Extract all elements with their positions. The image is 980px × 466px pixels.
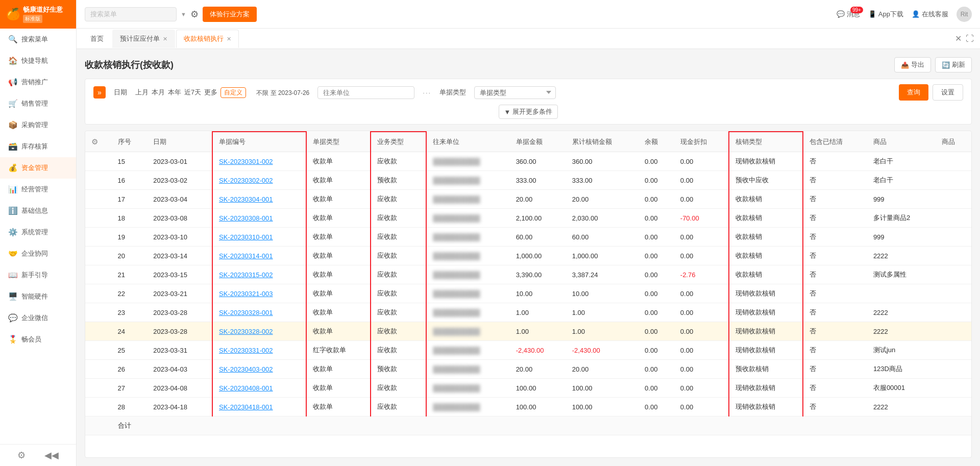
topbar-dropdown[interactable]: ▼ [181, 11, 186, 17]
topbar-search-area[interactable]: 搜索菜单 [85, 7, 177, 21]
cell-bill-no[interactable]: SK-20230321-003 [212, 284, 306, 303]
table-row[interactable]: 16 2023-03-02 SK-20230302-002 收款单 预收款 ██… [85, 171, 971, 190]
col-balance[interactable]: 余额 [639, 132, 674, 152]
date-this-year[interactable]: 本年 [168, 88, 181, 97]
col-bill-no[interactable]: 单据编号 [212, 132, 306, 152]
sidebar-item-basic[interactable]: ℹ️ 基础信息 [0, 200, 76, 222]
table-row[interactable]: 24 2023-03-28 SK-20230328-002 收款单 应收款 ██… [85, 322, 971, 341]
date-more[interactable]: 更多 [204, 88, 217, 97]
cell-bill-no[interactable]: SK-20230418-001 [212, 398, 306, 416]
col-date[interactable]: 日期 [147, 132, 212, 152]
cell-bill-no[interactable]: SK-20230403-002 [212, 360, 306, 379]
sidebar-item-enterprise[interactable]: 🤝 企业协同 [0, 243, 76, 264]
filter-toggle-btn[interactable]: » [93, 86, 106, 99]
close-all-tabs-btn[interactable]: ✕ [955, 34, 962, 43]
bill-no-link[interactable]: SK-20230331-002 [219, 347, 273, 354]
col-include-settled[interactable]: 包含已结清 [803, 132, 867, 152]
query-btn[interactable]: 查询 [899, 84, 928, 101]
table-row[interactable]: 26 2023-04-03 SK-20230403-002 收款单 预收款 ██… [85, 360, 971, 379]
col-bill-amount[interactable]: 单据金额 [510, 132, 566, 152]
table-row[interactable]: 25 2023-03-31 SK-20230331-002 红字收款单 应收款 … [85, 341, 971, 360]
sidebar-item-operations[interactable]: 📊 经营管理 [0, 179, 76, 200]
filter-settings-btn[interactable]: 设置 [933, 84, 963, 101]
sidebar-item-sales[interactable]: 🛒 销售管理 [0, 93, 76, 114]
bill-no-link[interactable]: SK-20230328-002 [219, 328, 273, 335]
col-gear[interactable]: ⚙ [85, 132, 112, 152]
cell-bill-no[interactable]: SK-20230328-002 [212, 322, 306, 341]
export-btn[interactable]: 📤 导出 [894, 57, 931, 72]
col-goods[interactable]: 商品 [867, 132, 936, 152]
bill-no-link[interactable]: SK-20230418-001 [219, 403, 273, 411]
table-row[interactable]: 18 2023-03-08 SK-20230308-001 收款单 应收款 ██… [85, 209, 971, 228]
bill-no-link[interactable]: SK-20230301-002 [219, 158, 273, 165]
tab-home[interactable]: 首页 [83, 30, 111, 48]
sidebar-item-quicknav[interactable]: 🏠 快捷导航 [0, 50, 76, 71]
sidebar-item-system[interactable]: ⚙️ 系统管理 [0, 222, 76, 243]
partner-input[interactable] [317, 86, 414, 99]
table-row[interactable]: 20 2023-03-14 SK-20230314-001 收款单 应收款 ██… [85, 247, 971, 265]
online-service-btn[interactable]: 👤 在线客服 [912, 10, 948, 19]
table-row[interactable]: 17 2023-03-04 SK-20230304-001 收款单 应收款 ██… [85, 190, 971, 209]
sidebar-item-member[interactable]: 🎖️ 畅会员 [0, 329, 76, 350]
cell-bill-no[interactable]: SK-20230328-001 [212, 303, 306, 322]
sidebar-item-search[interactable]: 🔍 搜索菜单 [0, 29, 76, 50]
messages-btn[interactable]: 💬 消息 99+ [837, 10, 860, 19]
bill-no-link[interactable]: SK-20230308-001 [219, 214, 273, 222]
app-download-btn[interactable]: 📱 App下载 [868, 10, 903, 19]
sidebar-item-marketing[interactable]: 📢 营销推广 [0, 71, 76, 93]
table-row[interactable]: 21 2023-03-15 SK-20230315-002 收款单 应收款 ██… [85, 265, 971, 284]
avatar[interactable]: Rit [957, 7, 972, 22]
sidebar-item-wechat[interactable]: 💬 企业微信 [0, 307, 76, 329]
cell-bill-no[interactable]: SK-20230301-002 [212, 152, 306, 171]
column-gear-icon[interactable]: ⚙ [91, 137, 98, 146]
col-cumulative[interactable]: 累计核销金额 [566, 132, 639, 152]
table-row[interactable]: 23 2023-03-28 SK-20230328-001 收款单 应收款 ██… [85, 303, 971, 322]
cell-bill-no[interactable]: SK-20230310-001 [212, 228, 306, 247]
date-this-month[interactable]: 本月 [152, 88, 165, 97]
sidebar-item-purchase[interactable]: 📦 采购管理 [0, 114, 76, 136]
cell-bill-no[interactable]: SK-20230331-002 [212, 341, 306, 360]
bill-no-link[interactable]: SK-20230408-001 [219, 384, 273, 392]
collapse-icon[interactable]: ◀◀ [44, 450, 59, 461]
tab-receipt-close[interactable]: ✕ [227, 36, 231, 42]
refresh-btn[interactable]: 🔄 刷新 [935, 57, 972, 72]
sidebar-item-inventory[interactable]: 🗃️ 库存核算 [0, 136, 76, 157]
date-last-month[interactable]: 上月 [135, 88, 149, 97]
bill-no-link[interactable]: SK-20230304-001 [219, 195, 273, 203]
bill-type-select[interactable]: 单据类型 [474, 86, 556, 99]
table-row[interactable]: 19 2023-03-10 SK-20230310-001 收款单 应收款 ██… [85, 228, 971, 247]
table-row[interactable]: 22 2023-03-21 SK-20230321-003 收款单 应收款 ██… [85, 284, 971, 303]
bill-no-link[interactable]: SK-20230302-002 [219, 177, 273, 184]
bill-no-link[interactable]: SK-20230314-001 [219, 252, 273, 260]
tab-payable-close[interactable]: ✕ [163, 36, 167, 42]
col-cash-discount[interactable]: 现金折扣 [674, 132, 729, 152]
table-row[interactable]: 28 2023-04-18 SK-20230418-001 收款单 应收款 ██… [85, 398, 971, 416]
bill-no-link[interactable]: SK-20230403-002 [219, 365, 273, 373]
cell-bill-no[interactable]: SK-20230304-001 [212, 190, 306, 209]
bill-no-link[interactable]: SK-20230328-001 [219, 309, 273, 316]
cell-bill-no[interactable]: SK-20230408-001 [212, 379, 306, 398]
col-biz-type[interactable]: 业务类型 [371, 132, 426, 152]
col-goods2[interactable]: 商品 [936, 132, 971, 152]
tab-receipt-cancel[interactable]: 收款核销执行 ✕ [176, 30, 239, 48]
table-row[interactable]: 15 2023-03-01 SK-20230301-002 收款单 应收款 ██… [85, 152, 971, 171]
sidebar-item-finance[interactable]: 💰 资金管理 [0, 157, 76, 179]
bill-no-link[interactable]: SK-20230315-002 [219, 271, 273, 279]
col-write-type[interactable]: 核销类型 [729, 132, 803, 152]
bill-no-link[interactable]: SK-20230321-003 [219, 290, 273, 298]
col-partner[interactable]: 往来单位 [426, 132, 509, 152]
date-custom-btn[interactable]: 自定义 [220, 87, 246, 98]
bill-no-link[interactable]: SK-20230310-001 [219, 233, 273, 241]
cell-bill-no[interactable]: SK-20230302-002 [212, 171, 306, 190]
topbar-settings-icon[interactable]: ⚙ [190, 9, 199, 20]
data-table-container[interactable]: ⚙ 序号 日期 单据编号 单据类型 业务类型 往来单位 单据金额 累计核销金额 … [85, 131, 972, 458]
col-bill-type[interactable]: 单据类型 [306, 132, 371, 152]
cell-bill-no[interactable]: SK-20230308-001 [212, 209, 306, 228]
sidebar-item-hardware[interactable]: 🖥️ 智能硬件 [0, 286, 76, 307]
cell-bill-no[interactable]: SK-20230315-002 [212, 265, 306, 284]
date-7days[interactable]: 近7天 [184, 88, 201, 97]
maximize-btn[interactable]: ⛶ [966, 34, 974, 43]
settings-bottom-icon[interactable]: ⚙ [17, 450, 26, 461]
tab-payable[interactable]: 预计应应付单 ✕ [112, 30, 175, 48]
industry-btn[interactable]: 体验行业方案 [203, 7, 257, 22]
